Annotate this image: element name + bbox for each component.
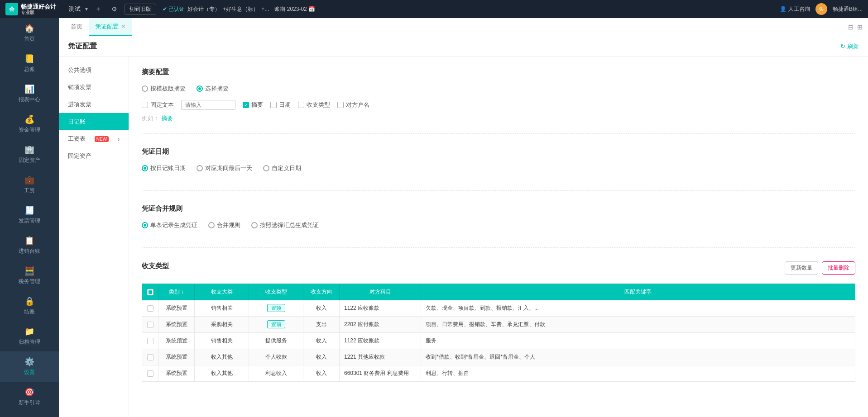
sidebar-item-funds[interactable]: 💰 资金管理 <box>0 109 59 139</box>
sidebar-item-invoice[interactable]: 🧾 发票管理 <box>0 200 59 230</box>
tab-maximize-btn[interactable]: ⊞ <box>857 24 863 31</box>
home-icon: 🏠 <box>24 24 34 33</box>
row-direction-0: 收入 <box>303 300 340 317</box>
fixed-text-input[interactable] <box>181 100 235 110</box>
row-type-1: 置顶 <box>249 317 303 333</box>
company-name: 测试 <box>69 5 81 13</box>
checkbox-date[interactable]: 日期 <box>270 101 291 109</box>
radio-merge[interactable]: 合并规则 <box>208 221 240 229</box>
sidebar-item-close[interactable]: 🔒 结账 <box>0 291 59 321</box>
old-version-button[interactable]: 切到旧版 <box>125 4 156 15</box>
th-keyword: 匹配关键字 <box>421 284 855 300</box>
radio-select[interactable]: 选择摘要 <box>197 85 229 93</box>
select-all-checkbox[interactable] <box>147 289 153 295</box>
sidebar-item-assets[interactable]: 🏢 固定资产 <box>0 139 59 170</box>
invoice-icon: 🧾 <box>24 205 34 215</box>
sidebar-item-tax[interactable]: 🧮 税务管理 <box>0 261 59 291</box>
sidebar-item-guide[interactable]: 🎯 新手引导 <box>0 382 59 412</box>
tab-close-voucher[interactable]: ✕ <box>121 24 125 29</box>
th-direction: 收支方向 <box>303 284 340 300</box>
tab-home-label: 首页 <box>71 23 82 31</box>
row-major-1: 采购相关 <box>195 317 249 333</box>
row-category-1: 系统预置 <box>158 317 195 333</box>
left-nav: 公共选项 销项发票 进项发票 日记账 工资表 NEW › 固定资产 <box>59 57 129 417</box>
tab-controls: ⊟ ⊞ <box>848 24 863 31</box>
row-direction-2: 收入 <box>303 333 340 349</box>
th-major: 收支大类 <box>195 284 249 300</box>
settings-btn[interactable]: ⚙ <box>109 5 120 14</box>
sidebar-item-reports[interactable]: 📊 报表中心 <box>0 79 59 109</box>
product-tag-1: 好会计（专） <box>187 5 220 13</box>
type-tag-0[interactable]: 置顶 <box>267 304 285 312</box>
checkbox-fixed-text[interactable]: 固定文本 <box>142 101 174 109</box>
row-checkbox-3[interactable] <box>142 349 158 365</box>
checkbox-group: 固定文本 ✓ 摘要 日期 收支类型 <box>142 100 855 110</box>
sidebar-item-salary[interactable]: 💼 工资 <box>0 170 59 200</box>
type-tag-1[interactable]: 置顶 <box>267 320 285 328</box>
support-btn[interactable]: 👤 人工咨询 <box>780 5 810 13</box>
left-nav-salary-table[interactable]: 工资表 NEW › <box>59 130 129 147</box>
row-checkbox-4[interactable] <box>142 365 158 382</box>
radio-select-total[interactable]: 按照选择汇总生成凭证 <box>251 221 319 229</box>
tab-home[interactable]: 首页 <box>64 18 89 36</box>
refresh-icon: ↻ <box>840 43 845 50</box>
row-category-3: 系统预置 <box>158 349 195 365</box>
checkbox-type-box <box>298 102 304 108</box>
sidebar-label-assets: 固定资产 <box>19 156 40 164</box>
sidebar-label-ledger: 总账 <box>24 66 35 73</box>
sidebar: 🏠 首页 📒 总账 📊 报表中心 💰 资金管理 🏢 固定资产 💼 工资 🧾 发票… <box>0 18 59 417</box>
checkbox-counterparty[interactable]: 对方户名 <box>337 101 369 109</box>
left-nav-public[interactable]: 公共选项 <box>59 62 129 79</box>
voucher-date-radio-group: 按日记账日期 对应期间最后一天 自定义日期 <box>142 164 855 172</box>
funds-icon: 💰 <box>24 114 34 124</box>
tax-icon: 🧮 <box>24 266 34 276</box>
table-row: 系统预置 销售相关 置顶 收入 1122 应收账款 欠款、现金、项目款、到款、报… <box>142 300 855 317</box>
row-account-0: 1122 应收账款 <box>340 300 421 317</box>
table-header-row: 类别 ↓ 收支大类 收支类型 收支方向 对方科目 匹配关键字 <box>142 284 855 300</box>
merge-rules-title: 凭证合并规则 <box>142 204 855 213</box>
left-nav-journal[interactable]: 日记账 <box>59 113 129 130</box>
refresh-button[interactable]: ↻ 刷新 <box>840 43 859 51</box>
row-checkbox-1[interactable] <box>142 317 158 333</box>
content-area: 首页 凭证配置 ✕ ⊟ ⊞ 凭证配置 ↻ 刷新 公共选项 <box>59 18 868 417</box>
page-header: 凭证配置 ↻ 刷新 <box>59 36 868 57</box>
user-name[interactable]: 畅捷通B组... <box>833 5 863 13</box>
radio-period-last[interactable]: 对应期间最后一天 <box>197 164 252 172</box>
left-nav-fixed-assets[interactable]: 固定资产 <box>59 147 129 165</box>
row-account-2: 1122 应收账款 <box>340 333 421 349</box>
sidebar-item-purchase[interactable]: 📋 进销台账 <box>0 230 59 261</box>
left-nav-purchase-invoice[interactable]: 进项发票 <box>59 96 129 113</box>
sidebar-label-purchase: 进销台账 <box>19 247 40 255</box>
batch-delete-button[interactable]: 批量删除 <box>822 261 855 275</box>
tab-minimize-btn[interactable]: ⊟ <box>848 24 854 31</box>
sidebar-item-settings[interactable]: ⚙️ 设置 <box>0 351 59 382</box>
checkbox-type[interactable]: 收支类型 <box>298 101 330 109</box>
sidebar-item-ledger[interactable]: 📒 总账 <box>0 48 59 79</box>
radio-custom-date[interactable]: 自定义日期 <box>263 164 301 172</box>
row-category-4: 系统预置 <box>158 365 195 382</box>
add-btn[interactable]: ＋ <box>92 4 104 14</box>
th-checkbox <box>142 284 158 300</box>
summary-config-title: 摘要配置 <box>142 68 855 76</box>
checkbox-summary[interactable]: ✓ 摘要 <box>243 101 263 109</box>
left-nav-sales-invoice[interactable]: 销项发票 <box>59 79 129 96</box>
table-body: 系统预置 销售相关 置顶 收入 1122 应收账款 欠款、现金、项目款、到款、报… <box>142 300 855 382</box>
sidebar-item-home[interactable]: 🏠 首页 <box>0 18 59 48</box>
radio-single[interactable]: 单条记录生成凭证 <box>142 221 197 229</box>
company-dropdown[interactable]: ▾ <box>85 6 88 12</box>
row-account-4: 660301 财务费用 利息费用 <box>340 365 421 382</box>
tab-voucher-config[interactable]: 凭证配置 ✕ <box>89 18 132 36</box>
radio-journal-date[interactable]: 按日记账日期 <box>142 164 186 172</box>
row-type-0: 置顶 <box>249 300 303 317</box>
settings-icon: ⚙️ <box>24 357 34 367</box>
update-count-button[interactable]: 更新数量 <box>785 261 818 275</box>
sidebar-item-archive[interactable]: 📁 归档管理 <box>0 321 59 351</box>
row-checkbox-2[interactable] <box>142 333 158 349</box>
income-expense-title: 收支类型 <box>142 262 169 270</box>
row-account-3: 1221 其他应收款 <box>340 349 421 365</box>
row-checkbox-0[interactable] <box>142 300 158 317</box>
sidebar-item-member[interactable]: 👑 畅会员 <box>0 412 59 417</box>
radio-template[interactable]: 按模板版摘要 <box>142 85 186 93</box>
guide-icon: 🎯 <box>24 387 34 397</box>
product-tag-2: +好生意（标） <box>223 5 259 13</box>
